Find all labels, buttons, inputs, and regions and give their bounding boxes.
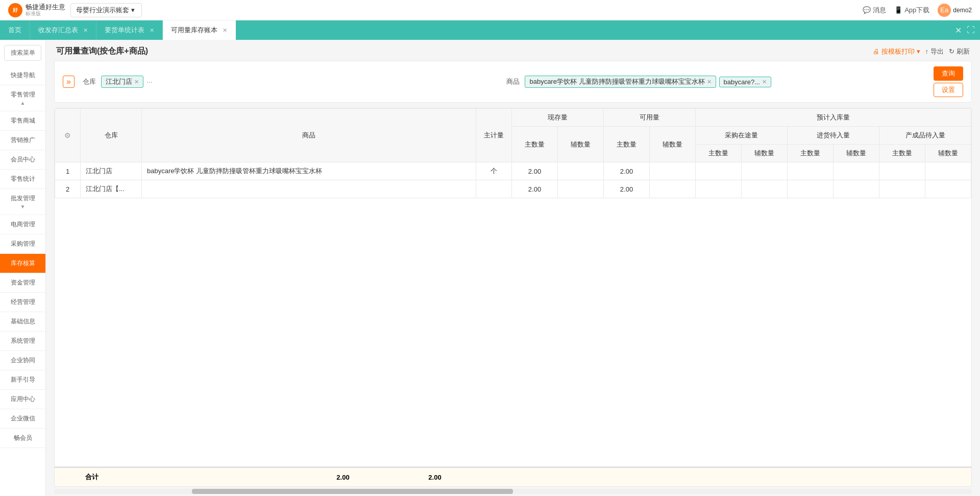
avatar: Ea: [938, 4, 951, 17]
chevron-down-icon-print: ▾: [917, 48, 920, 55]
sidebar-item-retail-stats[interactable]: 零售统计: [0, 170, 45, 189]
warehouse-filter-label: 仓库: [83, 77, 96, 86]
th-current-stock: 现存量: [512, 109, 604, 127]
sidebar-item-sys-mgmt[interactable]: 系统管理: [0, 332, 45, 351]
close-all-icon[interactable]: ✕: [955, 26, 962, 35]
warehouse-tag-close[interactable]: ✕: [134, 79, 139, 85]
summary-label: 合计: [80, 473, 141, 482]
filter-actions: 查询 设置: [934, 66, 963, 97]
query-button[interactable]: 查询: [934, 66, 963, 81]
template-print-button[interactable]: 🖨 按模板打印 ▾: [873, 47, 920, 56]
sidebar-item-member[interactable]: 会员中心: [0, 150, 45, 170]
summary-current-main: 2.00: [320, 474, 366, 481]
sidebar-item-wholesale[interactable]: 批发管理 ▼: [0, 189, 45, 215]
refresh-icon: ↻: [949, 48, 954, 55]
th-inbound-pending-aux: 辅数量: [834, 145, 879, 162]
tab-collection-summary[interactable]: 收发存汇总表 ✕: [30, 20, 96, 40]
product-tag-1-close[interactable]: ✕: [707, 79, 712, 85]
sidebar-item-enterprise[interactable]: 企业协同: [0, 351, 45, 370]
cell-product-1: babycare学饮杯 儿童防摔防撞吸管杯重力球吸嘴杯宝宝水杯: [142, 162, 476, 180]
cell-available-aux-2: [650, 180, 696, 198]
th-purchase-transit: 采购在途量: [696, 127, 788, 145]
cell-purchase-transit-aux-2: [742, 180, 788, 198]
cell-current-aux-2: [558, 180, 604, 198]
tab-home[interactable]: 首页: [0, 20, 30, 40]
cell-production-pending-main-2: [879, 180, 925, 198]
app-download-button[interactable]: 📱 App下载: [894, 6, 929, 15]
sidebar-item-app-center[interactable]: 应用中心: [0, 390, 45, 409]
export-icon: ↑: [925, 48, 929, 55]
sidebar-item-ecommerce[interactable]: 电商管理: [0, 215, 45, 234]
cell-current-main-2: 2.00: [512, 180, 558, 198]
th-unit: 主计量: [476, 109, 512, 162]
warehouse-tag: 江北门店 ✕: [101, 76, 143, 88]
sidebar-search-area: 搜索菜单: [0, 40, 45, 66]
cell-current-aux-1: [558, 162, 604, 180]
th-available-aux: 辅数量: [650, 127, 696, 162]
cell-available-main-1: 2.00: [604, 162, 650, 180]
warehouse-filter-tags: 江北门店 ✕ ···: [101, 76, 502, 88]
product-filter-tags: babycare学饮杯 儿童防摔防撞吸管杯重力球吸嘴杯宝宝水杯 ✕ babyca…: [525, 76, 925, 88]
column-settings-icon[interactable]: ⚙: [64, 131, 71, 139]
chevron-icon: ▲: [20, 100, 26, 106]
search-menu-button[interactable]: 搜索菜单: [4, 45, 41, 61]
cell-available-main-2: 2.00: [604, 180, 650, 198]
cell-purchase-transit-aux-1: [742, 162, 788, 180]
cell-no-2: 2: [55, 180, 81, 198]
logo-text: 畅捷通好生意 标准版: [26, 3, 65, 17]
th-production-pending: 产成品待入量: [879, 127, 971, 145]
sidebar-item-finance[interactable]: 资金管理: [0, 273, 45, 293]
filter-more-icon[interactable]: ···: [146, 78, 153, 86]
sidebar-item-retail-mall[interactable]: 零售商城: [0, 111, 45, 131]
sidebar-item-vip[interactable]: 畅会员: [0, 429, 45, 448]
horizontal-scrollbar[interactable]: [54, 489, 972, 494]
setting-button[interactable]: 设置: [934, 83, 963, 97]
table-row: 1 江北门店 babycare学饮杯 儿童防摔防撞吸管杯重力球吸嘴杯宝宝水杯 个…: [55, 162, 971, 180]
product-tag-2-close[interactable]: ✕: [762, 79, 767, 85]
sidebar-item-basic-info[interactable]: 基础信息: [0, 312, 45, 332]
printer-icon: 🖨: [873, 48, 879, 55]
cell-available-aux-1: [650, 162, 696, 180]
sidebar-item-operations[interactable]: 经营管理: [0, 293, 45, 312]
cell-unit-1: 个: [476, 162, 512, 180]
industry-selector[interactable]: 母婴行业演示账套 ▾: [70, 3, 142, 17]
content-area: 可用量查询(按仓库+商品) 🖨 按模板打印 ▾ ↑ 导出 ↻ 刷新 »: [46, 40, 980, 496]
data-table: ⚙ 仓库 商品 主计量 现存量 可用量 预计入库量 主数量 辅数量 主数量 辅数…: [55, 108, 971, 198]
sidebar-item-purchase[interactable]: 采购管理: [0, 234, 45, 254]
export-button[interactable]: ↑ 导出: [925, 47, 944, 56]
th-inbound-pending: 进货待入量: [788, 127, 879, 145]
table-container: ⚙ 仓库 商品 主计量 现存量 可用量 预计入库量 主数量 辅数量 主数量 辅数…: [54, 108, 972, 467]
th-current-main: 主数量: [512, 127, 558, 162]
tab-order-stats[interactable]: 要货单统计表 ✕: [96, 20, 163, 40]
tab-close-available[interactable]: ✕: [223, 27, 227, 34]
filter-toggle-button[interactable]: »: [63, 76, 75, 88]
sidebar-item-quick-nav[interactable]: 快捷导航: [0, 66, 45, 85]
th-settings: ⚙: [55, 109, 81, 162]
sidebar-item-retail-mgmt[interactable]: 零售管理 ▲: [0, 85, 45, 111]
expand-icon[interactable]: ⛶: [967, 26, 975, 35]
cell-production-pending-aux-1: [925, 162, 971, 180]
sidebar-item-new-guide[interactable]: 新手引导: [0, 370, 45, 390]
th-production-pending-aux: 辅数量: [925, 145, 971, 162]
sidebar-item-inventory[interactable]: 库存核算: [0, 254, 45, 273]
cell-warehouse-2: 江北门店【...: [81, 180, 142, 198]
top-header: 好 畅捷通好生意 标准版 母婴行业演示账套 ▾ 💬 消息 📱 App下载 Ea …: [0, 0, 980, 20]
th-available-main: 主数量: [604, 127, 650, 162]
th-production-pending-main: 主数量: [879, 145, 925, 162]
cell-production-pending-main-1: [879, 162, 925, 180]
message-button[interactable]: 💬 消息: [863, 6, 886, 15]
chevron-down-icon: ▾: [131, 6, 135, 14]
th-available: 可用量: [604, 109, 696, 127]
nav-tabs-right: ✕ ⛶: [950, 20, 980, 40]
tab-close-collection[interactable]: ✕: [83, 27, 88, 34]
sidebar-item-marketing[interactable]: 营销推广: [0, 131, 45, 150]
user-profile[interactable]: Ea demo2: [938, 4, 972, 17]
refresh-button[interactable]: ↻ 刷新: [949, 47, 970, 56]
tab-close-order[interactable]: ✕: [150, 27, 154, 34]
tab-available-inventory[interactable]: 可用量库存账本 ✕: [163, 20, 236, 40]
cell-current-main-1: 2.00: [512, 162, 558, 180]
nav-tabs-bar: 首页 收发存汇总表 ✕ 要货单统计表 ✕ 可用量库存账本 ✕ ✕ ⛶: [0, 20, 980, 40]
product-filter-label: 商品: [506, 77, 520, 86]
sidebar-item-enterprise-wechat[interactable]: 企业微信: [0, 409, 45, 429]
main-layout: 搜索菜单 快捷导航 零售管理 ▲ 零售商城 营销推广 会员中心 零售统计 批发管…: [0, 40, 980, 496]
